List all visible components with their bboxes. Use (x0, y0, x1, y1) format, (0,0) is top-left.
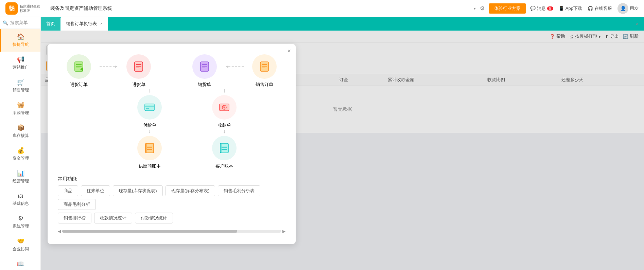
message-icon: 💬 (530, 6, 536, 11)
btn-stock-status[interactable]: 现存量(库存状况表) (113, 185, 163, 196)
popup-scrollbar: ◀ ▶ (58, 229, 285, 234)
flow-row-1: 进货订单 ▶ 进 (58, 54, 285, 88)
sidebar-item-basic[interactable]: 🗂 基础信息 (0, 188, 40, 211)
sidebar-item-inventory[interactable]: 📦 库存核算 (0, 120, 40, 143)
sidebar-item-sales[interactable]: 🛒 销售管理 (0, 74, 40, 97)
customer-ledger-label: 客户账本 (215, 163, 233, 169)
svg-rect-19 (146, 108, 149, 109)
sidebar-search[interactable]: 🔍 搜索菜单 (0, 17, 40, 29)
flow-node-payment[interactable]: 付款单 (126, 95, 173, 128)
settings-icon[interactable]: ⚙ (480, 5, 485, 12)
tab-sales-order[interactable]: 销售订单执行表 × (60, 17, 108, 31)
arrow-2: ◀ (226, 65, 244, 68)
user-action[interactable]: 👤 用友 (617, 3, 639, 14)
sidebar-item-sales-label: 销售管理 (13, 87, 29, 93)
tab-home[interactable]: 首页 (41, 17, 60, 31)
online-service-action[interactable]: 🎧 在线客服 (588, 5, 612, 12)
app-container: 畅 畅康通好生意 标准版 装备及固定资产辅助管理系统 ▾ ⚙ 体验行业方案 💬 … (0, 0, 644, 270)
svg-rect-5 (135, 62, 143, 71)
sales-receipt-label: 销货单 (198, 82, 211, 88)
main-area: 🔍 搜索菜单 🏠 快捷导航 📢 营销推广 🛒 销售管理 🧺 采购管理 📦 (0, 17, 644, 270)
basic-icon: 🗂 (18, 192, 24, 199)
sidebar-item-finance[interactable]: 💰 资金管理 (0, 143, 40, 165)
sidebar-item-newbie[interactable]: 📖 新手引导 (0, 256, 40, 270)
tab-bar: 首页 销售订单执行表 × × (41, 17, 644, 31)
btn-counterpart[interactable]: 往来单位 (81, 185, 110, 196)
purchase-order-icon (67, 54, 91, 79)
purchase-order-label: 进货订单 (70, 82, 88, 88)
logo-area: 畅 畅康通好生意 标准版 (5, 2, 46, 15)
scroll-thumb[interactable] (62, 230, 237, 233)
search-label: 搜索菜单 (10, 20, 28, 26)
sidebar-item-operations-label: 经营管理 (13, 178, 29, 184)
btn-product-profit[interactable]: 商品毛利分析 (58, 199, 96, 210)
system-title: 装备及固定资产辅助管理系统 (50, 5, 470, 12)
message-badge: 5 (547, 6, 553, 11)
tab-home-label: 首页 (46, 21, 55, 27)
flow-node-sales-order[interactable]: 销售订单 (244, 54, 285, 88)
page-content: ❓ 帮助 🖨 按模板打印 ▾ ⬆ 导出 🔄 刷新 (41, 31, 644, 270)
tab-bar-close[interactable]: × (630, 21, 644, 26)
payment-icon (137, 95, 162, 120)
payment-label: 付款单 (143, 122, 156, 128)
sidebar-item-purchase-label: 采购管理 (13, 110, 29, 116)
inventory-icon: 📦 (17, 124, 24, 131)
scroll-right-arrow[interactable]: ▶ (282, 229, 285, 234)
experience-button[interactable]: 体验行业方案 (489, 3, 526, 14)
svg-text:¥: ¥ (223, 106, 225, 109)
logo-icon: 畅 (5, 2, 18, 15)
flow-row-3: 供应商账本 客户账本 (58, 136, 285, 169)
flow-node-customer-ledger[interactable]: 客户账本 (201, 136, 248, 169)
flow-diagram: 进货订单 ▶ 进 (58, 54, 285, 169)
search-icon: 🔍 (3, 20, 8, 25)
sidebar-item-purchase[interactable]: 🧺 采购管理 (0, 97, 40, 120)
sales-receipt-icon (192, 54, 217, 79)
flow-node-sales-receipt[interactable]: 销货单 (184, 54, 225, 88)
user-name: 用友 (630, 5, 639, 12)
svg-rect-9 (201, 62, 209, 71)
arrow-1: ▶ (100, 65, 118, 68)
supplier-ledger-icon (137, 136, 162, 160)
flow-node-purchase-receipt[interactable]: 进货单 (118, 54, 159, 88)
sidebar-item-collab-label: 企业协同 (13, 246, 29, 252)
scroll-left-arrow[interactable]: ◀ (58, 229, 61, 234)
btn-sales-profit[interactable]: 销售毛利分析表 (218, 185, 260, 196)
sidebar-item-operations[interactable]: 📊 经营管理 (0, 165, 40, 188)
sidebar-item-collab[interactable]: 🤝 企业协同 (0, 233, 40, 256)
sidebar-item-system-label: 系统管理 (13, 223, 29, 229)
service-icon: 🎧 (588, 6, 593, 11)
system-icon: ⚙ (18, 215, 23, 222)
btn-product[interactable]: 商品 (58, 185, 78, 196)
online-service-label: 在线客服 (594, 5, 612, 12)
btn-stock-dist[interactable]: 现存量(库存分布表) (166, 185, 215, 196)
common-functions-title: 常用功能 (58, 176, 285, 182)
message-action[interactable]: 💬 消息 5 (530, 5, 553, 12)
flow-down-row: ↓ ↓ (58, 88, 285, 94)
flow-node-purchase-order[interactable]: 进货订单 (58, 54, 100, 88)
sidebar-item-system[interactable]: ⚙ 系统管理 (0, 211, 40, 233)
btn-sales-rank[interactable]: 销售排行榜 (58, 213, 91, 223)
sales-icon: 🛒 (17, 78, 24, 86)
sidebar-item-quick-label: 快捷导航 (13, 42, 29, 48)
svg-rect-18 (145, 106, 154, 107)
sidebar-item-marketing[interactable]: 📢 营销推广 (0, 52, 40, 74)
btn-collection-stats[interactable]: 收款情况统计 (94, 213, 132, 223)
app-download-label: App下载 (565, 5, 582, 12)
sidebar-item-basic-label: 基础信息 (13, 201, 29, 206)
newbie-icon: 📖 (17, 260, 24, 268)
topbar-actions: 💬 消息 5 📱 App下载 🎧 在线客服 👤 用友 (530, 3, 639, 14)
purchase-receipt-label: 进货单 (132, 82, 145, 88)
tab-close-icon[interactable]: × (100, 21, 103, 26)
message-label: 消息 (537, 5, 546, 12)
popup-close-button[interactable]: × (287, 48, 291, 55)
flow-node-collection[interactable]: ¥ 收款单 (201, 95, 248, 128)
btn-payment-stats[interactable]: 付款情况统计 (135, 213, 173, 223)
flow-node-supplier-ledger[interactable]: 供应商账本 (126, 136, 173, 169)
dropdown-icon[interactable]: ▾ (474, 6, 476, 11)
scroll-track[interactable] (62, 230, 281, 233)
user-avatar: 👤 (617, 3, 628, 14)
logo-text: 畅康通好生意 标准版 (20, 4, 40, 13)
sidebar-item-quick[interactable]: 🏠 快捷导航 (0, 29, 40, 52)
sales-order-label: 销售订单 (256, 82, 273, 88)
app-download-action[interactable]: 📱 App下载 (559, 5, 582, 12)
